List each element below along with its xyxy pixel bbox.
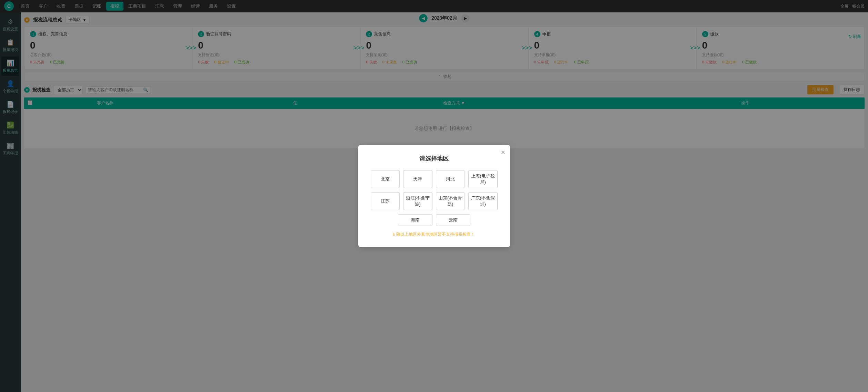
region-beijing[interactable]: 北京 [371, 170, 400, 188]
region-grid-row2: 江苏 浙江(不含宁波) 山东(不含青岛) 广东(不含深圳) [371, 192, 498, 210]
region-guangdong[interactable]: 广东(不含深圳) [468, 192, 498, 210]
region-shandong[interactable]: 山东(不含青岛) [436, 192, 465, 210]
region-tianjin[interactable]: 天津 [403, 170, 432, 188]
region-grid-row3: 海南 云南 [371, 214, 498, 226]
main-content: ● 报税流程总览 全地区 ▼ ◀ 2023年02月 ▶ ↻ 刷新 1 授权、 [21, 12, 868, 392]
region-select-modal: ✕ 请选择地区 北京 天津 河北 上海(电子税局) 江苏 浙江(不含宁波) 山东… [358, 145, 510, 247]
modal-title: 请选择地区 [371, 155, 498, 163]
region-shanghai[interactable]: 上海(电子税局) [468, 170, 498, 188]
region-zhejiang[interactable]: 浙江(不含宁波) [403, 192, 432, 210]
warning-text: 除以上地区外其他地区暂不支持报税检查！ [396, 231, 475, 237]
warning-icon: ℹ [393, 232, 395, 237]
modal-overlay[interactable]: ✕ 请选择地区 北京 天津 河北 上海(电子税局) 江苏 浙江(不含宁波) 山东… [21, 12, 868, 392]
region-hainan[interactable]: 海南 [398, 214, 432, 226]
modal-close-button[interactable]: ✕ [501, 149, 505, 156]
region-yunnan[interactable]: 云南 [436, 214, 470, 226]
region-grid-row1: 北京 天津 河北 上海(电子税局) [371, 170, 498, 188]
region-hebei[interactable]: 河北 [436, 170, 465, 188]
modal-warning: ℹ 除以上地区外其他地区暂不支持报税检查！ [371, 231, 498, 237]
region-jiangsu[interactable]: 江苏 [371, 192, 400, 210]
